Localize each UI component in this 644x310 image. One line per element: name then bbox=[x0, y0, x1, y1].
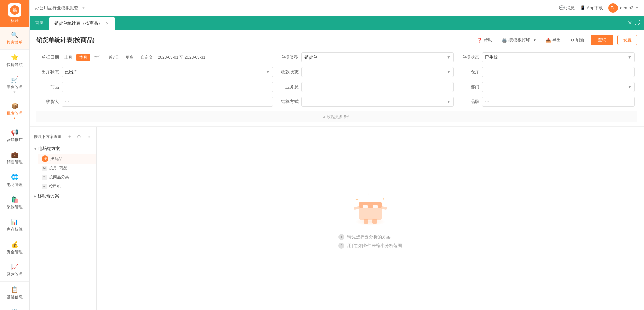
date-btn-last-month[interactable]: 上月 bbox=[62, 54, 75, 61]
ecommerce-icon: 🌐 bbox=[11, 173, 18, 181]
sidebar-item-sales[interactable]: 💼 销售管理 bbox=[0, 147, 29, 169]
filter-cell-salesman: 业务员 ··· bbox=[276, 82, 457, 92]
messages-button[interactable]: 💬 消息 bbox=[559, 5, 575, 11]
payment-status-select[interactable]: ▼ bbox=[301, 67, 454, 77]
tab-home[interactable]: 首页 bbox=[30, 16, 49, 30]
by-category-icon: ≡ bbox=[42, 175, 47, 180]
left-panel-collapse-button[interactable]: « bbox=[85, 133, 92, 140]
brand-input[interactable]: ··· bbox=[482, 97, 635, 107]
bill-type-chevron-icon: ▼ bbox=[447, 55, 451, 60]
search-icon: 🔍 bbox=[11, 31, 18, 39]
date-btn-more[interactable]: 更多 bbox=[123, 54, 137, 61]
date-range: 2023-03-01 至 2023-03-31 bbox=[158, 55, 205, 60]
sidebar-item-purchase[interactable]: 🛍️ 采购管理 bbox=[0, 192, 29, 214]
tip-num-2: 2 bbox=[338, 243, 344, 249]
sidebar-item-operation[interactable]: 📈 经营管理 bbox=[0, 259, 29, 282]
date-btn-7days[interactable]: 近7天 bbox=[106, 54, 122, 61]
recipient-dots[interactable]: ··· bbox=[65, 99, 69, 105]
sidebar-item-inventory[interactable]: 📊 库存核算 bbox=[0, 214, 29, 237]
empty-illustration: ✦ ✦ ✦ bbox=[350, 188, 390, 228]
tab-close-button[interactable]: ✕ bbox=[104, 21, 110, 26]
goods-input[interactable]: ··· bbox=[62, 82, 273, 92]
user-chevron-icon: ▼ bbox=[635, 6, 639, 10]
page-header: 销货单统计表(按商品) ❓ 帮助 🖨️ 按模板打印 ▼ 📤 导出 bbox=[30, 30, 644, 48]
topbar-right: 💬 消息 📱 App下载 Ea demo2 ▼ bbox=[559, 3, 639, 13]
purchase-icon: 🛍️ bbox=[11, 196, 18, 203]
message-icon: 💬 bbox=[559, 5, 565, 10]
sidebar-item-basic[interactable]: 📋 基础信息 bbox=[0, 282, 29, 304]
svg-text:✦: ✦ bbox=[367, 193, 369, 196]
tree-item-by-product[interactable]: 按 按商品 bbox=[38, 154, 96, 164]
filter-cell-warehouse-status: 出库状态 已出库 ▼ bbox=[36, 67, 276, 78]
date-btn-this-year[interactable]: 本年 bbox=[91, 54, 105, 61]
operation-icon: 📈 bbox=[11, 263, 18, 271]
sidebar-item-wholesale[interactable]: 📦 批发管理 ▲ bbox=[0, 98, 29, 124]
export-button[interactable]: 📤 导出 bbox=[543, 36, 564, 44]
tab-close-all-button[interactable]: ✕ bbox=[628, 20, 632, 26]
download-icon: 📱 bbox=[580, 5, 585, 10]
help-icon: ❓ bbox=[477, 38, 482, 43]
tab-maximize-button[interactable]: ⛶ bbox=[635, 20, 640, 26]
tree-section-mobile[interactable]: ▶ 移动端方案 bbox=[30, 191, 96, 201]
warehouse-status-select[interactable]: 已出库 ▼ bbox=[62, 67, 273, 77]
empty-state: ✦ ✦ ✦ 1 请先选择要分析的方案 2 用[过滤]条件来缩小分析范围 bbox=[97, 127, 644, 310]
mobile-arrow-icon: ▶ bbox=[34, 194, 36, 198]
warehouse-input[interactable]: ··· bbox=[482, 67, 635, 77]
print-button[interactable]: 🖨️ 按模板打印 ▼ bbox=[499, 36, 539, 44]
goods-dots[interactable]: ··· bbox=[65, 84, 69, 90]
sidebar-item-finance[interactable]: 💰 资金管理 bbox=[0, 237, 29, 259]
logo-text: 标账 bbox=[11, 18, 19, 24]
left-panel-add-button[interactable]: ＋ bbox=[66, 133, 73, 140]
filter-row-1: 单据日期 上月 本月 本年 近7天 更多 自定义 2023-03-01 至 20… bbox=[36, 52, 637, 63]
tree-section-pc[interactable]: ▼ 电脑端方案 bbox=[30, 144, 96, 154]
help-button[interactable]: ❓ 帮助 bbox=[474, 36, 495, 44]
svg-rect-5 bbox=[363, 205, 368, 208]
left-panel-settings-button[interactable]: ⊙ bbox=[75, 133, 83, 140]
sidebar-item-search[interactable]: 🔍 搜索菜单 bbox=[0, 27, 29, 50]
collapse-label: 收起更多条件 bbox=[327, 114, 351, 120]
user-menu[interactable]: Ea demo2 ▼ bbox=[608, 3, 639, 13]
query-button[interactable]: 查询 bbox=[591, 35, 613, 45]
empty-tips: 1 请先选择要分析的方案 2 用[过滤]条件来缩小分析范围 bbox=[338, 234, 402, 249]
bill-type-select[interactable]: 销货单 ▼ bbox=[301, 52, 454, 62]
warehouse-dots[interactable]: ··· bbox=[485, 69, 489, 75]
tree-item-by-category[interactable]: ≡ 按商品分类 bbox=[38, 173, 96, 182]
settings-button[interactable]: 设置 bbox=[617, 35, 637, 45]
breadcrumb-arrow: ▼ bbox=[81, 5, 86, 10]
tree-item-by-warehouse[interactable]: ≡ 按司机 bbox=[38, 182, 96, 191]
sidebar-item-ecommerce[interactable]: 🌐 电商管理 bbox=[0, 169, 29, 192]
date-btn-this-month[interactable]: 本月 bbox=[76, 54, 90, 61]
logo-area[interactable]: 畅 标账 bbox=[0, 0, 29, 27]
filter-cell-brand: 品牌 ··· bbox=[457, 96, 637, 107]
refresh-button[interactable]: ↻ 刷新 bbox=[568, 36, 587, 44]
sidebar-item-marketing[interactable]: 📢 营销推广 bbox=[0, 124, 29, 147]
department-select[interactable]: ▼ bbox=[482, 82, 635, 92]
tip-num-1: 1 bbox=[338, 234, 344, 240]
tab-sales-stats[interactable]: 销货单统计表（按商品） ✕ bbox=[49, 17, 115, 30]
bill-status-chevron-icon: ▼ bbox=[628, 55, 632, 60]
salesman-dots[interactable]: ··· bbox=[304, 84, 309, 90]
collapse-bar[interactable]: ∧ 收起更多条件 bbox=[36, 111, 637, 122]
date-btn-custom[interactable]: 自定义 bbox=[138, 54, 155, 61]
bill-status-select[interactable]: 已生效 ▼ bbox=[482, 52, 635, 62]
tree-item-by-month-product[interactable]: M 按月+商品 bbox=[38, 164, 96, 173]
by-month-product-icon: M bbox=[42, 166, 47, 171]
inventory-icon: 📊 bbox=[11, 218, 18, 226]
svg-text:✦: ✦ bbox=[382, 197, 385, 201]
payment-status-chevron-icon: ▼ bbox=[447, 70, 451, 74]
recipient-input[interactable]: ··· bbox=[62, 97, 273, 107]
brand-dots[interactable]: ··· bbox=[485, 99, 489, 105]
app-download-button[interactable]: 📱 App下载 bbox=[580, 5, 603, 11]
salesman-input[interactable]: ··· bbox=[301, 82, 454, 92]
settlement-select[interactable]: ▼ bbox=[301, 97, 454, 107]
sidebar-item-retail[interactable]: 🛒 零售管理 ▼ bbox=[0, 72, 29, 98]
basic-icon: 📋 bbox=[11, 286, 18, 293]
sidebar-item-system[interactable]: ⚙️ 系统管理 bbox=[0, 304, 29, 310]
filter-cell-bill-status: 单据状态 已生效 ▼ bbox=[457, 52, 637, 63]
filter-cell-warehouse: 仓库 ··· bbox=[457, 67, 637, 78]
payment-status-label: 收款状态 bbox=[278, 69, 299, 75]
sidebar-item-quick[interactable]: ⭐ 快捷导航 bbox=[0, 50, 29, 72]
filter-cell-recipient: 收货人 ··· bbox=[36, 96, 276, 107]
topbar-left: 办公用品行业模拟账套 ▼ bbox=[35, 5, 555, 11]
bill-type-value: 销货单 bbox=[304, 54, 317, 60]
